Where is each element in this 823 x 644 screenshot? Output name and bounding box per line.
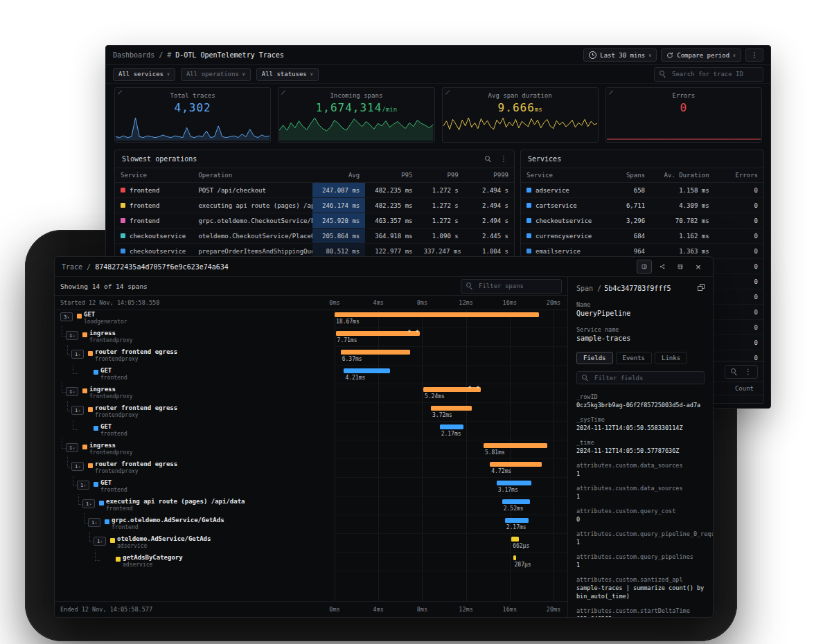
span-duration-bar[interactable]	[344, 368, 390, 373]
span-collapse-badge[interactable]: 1▾	[66, 387, 78, 396]
span-service-name: frontendproxy	[89, 337, 133, 343]
field-row: attributes.custom.query_pipelines1	[576, 553, 705, 569]
table-row[interactable]: frontendPOST /api/checkout247.087 ms482.…	[115, 183, 514, 198]
span-duration-label: 6.37ms	[342, 356, 362, 362]
errors-cell: 0	[715, 305, 763, 320]
span-name: ingress	[89, 442, 116, 449]
table-row[interactable]: currencyservice6841.162 ms0	[521, 229, 763, 244]
trace-span-row[interactable]: GETfrontend4.21ms	[55, 366, 567, 384]
p99-cell: 1.272 s	[418, 198, 463, 213]
trace-span-row[interactable]: 1▾ingressfrontendproxy5.81ms	[55, 440, 567, 459]
trace-span-row[interactable]: 1▾ingressfrontendproxy* *5.24ms	[55, 384, 567, 403]
table-row[interactable]: checkoutserviceoteldemo.CheckoutService/…	[115, 229, 514, 244]
field-value: 1	[576, 538, 705, 546]
stat-title: Incoming spans	[278, 92, 434, 99]
span-collapse-badge[interactable]: 3▾	[60, 312, 73, 321]
span-duration-bar[interactable]	[335, 312, 539, 317]
filter-fields-search[interactable]	[576, 371, 705, 384]
compare-period-button[interactable]: Compare period ∨	[661, 48, 741, 62]
trace-id: 8748272435a4d7057f6e9c623e74a634	[95, 263, 229, 271]
panel-toggle-icon	[641, 262, 647, 271]
time-range-button[interactable]: Last 30 mins ∨	[583, 48, 657, 62]
duration-cell: 4.309 ms	[651, 198, 715, 213]
trace-span-row[interactable]: GETfrontend2.17ms	[55, 422, 567, 440]
span-duration-bar[interactable]	[431, 406, 472, 411]
search-icon[interactable]	[731, 368, 738, 375]
span-duration-bar[interactable]	[497, 481, 531, 485]
trace-span-row[interactable]: 1▾GETfrontend3.17ms	[55, 478, 567, 497]
search-icon[interactable]	[485, 156, 492, 163]
close-button[interactable]: ×	[691, 260, 706, 274]
dashboard-menu-button[interactable]: ⋮	[745, 48, 763, 62]
chevron-down-icon: ∨	[733, 53, 736, 58]
copy-button[interactable]	[698, 284, 705, 292]
span-duration-bar[interactable]	[511, 537, 518, 542]
trace-id-search-input[interactable]	[671, 70, 758, 78]
span-duration-bar[interactable]	[513, 555, 517, 560]
span-duration-bar[interactable]	[505, 518, 529, 523]
table-view-button[interactable]	[673, 260, 688, 274]
operations-filter-dropdown[interactable]: All operations ∨	[181, 68, 251, 81]
span-collapse-badge[interactable]: 1▾	[71, 462, 84, 471]
tab-events[interactable]: Events	[616, 352, 653, 364]
compare-period-label: Compare period	[677, 52, 729, 59]
span-collapse-badge[interactable]: 1▾	[71, 350, 84, 359]
span-duration-bar[interactable]	[484, 443, 547, 448]
operation-cell: executing api route (pages) /api/ch…	[193, 198, 312, 213]
span-duration-bar[interactable]	[341, 350, 411, 355]
filter-spans-search[interactable]	[461, 279, 562, 294]
trace-span-row[interactable]: 3▾GETloadgenerator18.67ms	[55, 310, 567, 328]
copy-icon	[698, 284, 705, 291]
services-filter-dropdown[interactable]: All services ∨	[113, 68, 175, 81]
errors-cell: 0	[715, 335, 763, 350]
filter-spans-input[interactable]	[477, 282, 547, 290]
span-collapse-badge[interactable]: 1▾	[94, 537, 106, 546]
statuses-filter-dropdown[interactable]: All statuses ∨	[256, 68, 319, 81]
span-name: GET	[100, 367, 112, 374]
table-row[interactable]: frontendexecuting api route (pages) /api…	[115, 198, 514, 213]
span-collapse-badge[interactable]: 1▾	[71, 406, 84, 415]
timeline-tick-label: 8ms	[417, 606, 427, 613]
table-row[interactable]: adservice6581.158 ms0	[521, 183, 763, 198]
panel-toggle-button[interactable]	[637, 260, 652, 274]
trace-span-row[interactable]: 1▾router frontend egressfrontendproxy4.7…	[55, 459, 567, 478]
span-duration-bar[interactable]	[490, 462, 542, 467]
trace-id-search[interactable]	[654, 67, 763, 82]
table-row[interactable]: checkoutservice3,29670.782 ms0	[521, 213, 763, 229]
trace-span-row[interactable]: 1▾router frontend egressfrontendproxy6.3…	[55, 347, 567, 366]
tab-links[interactable]: Links	[655, 352, 687, 364]
span-collapse-badge[interactable]: 1▾	[77, 481, 89, 490]
stat-panel-incoming-spans: Incoming spans 1,674,314/min	[278, 87, 434, 143]
p99-cell: 1.090 s	[418, 229, 463, 244]
dashboard-icon: #	[167, 51, 171, 59]
tab-fields[interactable]: Fields	[576, 352, 613, 364]
trace-span-row[interactable]: 1▾oteldemo.AdService/GetAdsadservice662µ…	[55, 534, 567, 553]
filter-fields-input[interactable]	[593, 374, 699, 382]
service-name: frontend	[130, 202, 159, 209]
kebab-icon[interactable]: ⋮	[745, 368, 752, 375]
trace-span-row[interactable]: 1▾ingressfrontendproxy* *7.71ms	[55, 328, 567, 347]
trace-span-row[interactable]: 1▾router frontend egressfrontendproxy3.7…	[55, 403, 567, 422]
filter-bar: All services ∨ All operations ∨ All stat…	[106, 65, 770, 84]
breadcrumb-root[interactable]: Dashboards	[113, 51, 154, 59]
stats-row: Total traces 4,302 Incoming spans 1,674,…	[114, 87, 762, 143]
trace-span-row[interactable]: 1▾executing api route (pages) /api/dataf…	[55, 497, 567, 515]
span-color-square	[82, 445, 87, 449]
stat-title: Avg span duration	[443, 92, 598, 99]
trace-span-row[interactable]: getAdsByCategoryadservice287µs	[55, 553, 567, 571]
span-duration-bar[interactable]	[440, 424, 463, 429]
span-collapse-badge[interactable]: 1▾	[82, 499, 95, 508]
table-row[interactable]: cartservice6,7114.309 ms0	[521, 198, 763, 213]
table-row[interactable]: frontendgrpc.oteldemo.CheckoutService/Pl…	[115, 213, 514, 229]
span-duration-label: 5.24ms	[425, 393, 445, 400]
kebab-icon[interactable]: ⋮	[500, 156, 507, 163]
share-button[interactable]	[655, 260, 670, 274]
column-header: Errors	[715, 168, 763, 183]
span-collapse-badge[interactable]: 1▾	[66, 331, 78, 340]
breadcrumb-separator: /	[159, 51, 163, 59]
trace-span-row[interactable]: 1▾grpc.oteldemo.AdService/GetAdsfrontend…	[55, 515, 567, 534]
span-collapse-badge[interactable]: 1▾	[66, 443, 78, 452]
span-duration-bar[interactable]	[502, 499, 530, 504]
span-collapse-badge[interactable]: 1▾	[88, 518, 100, 527]
span-color-square	[105, 519, 109, 524]
